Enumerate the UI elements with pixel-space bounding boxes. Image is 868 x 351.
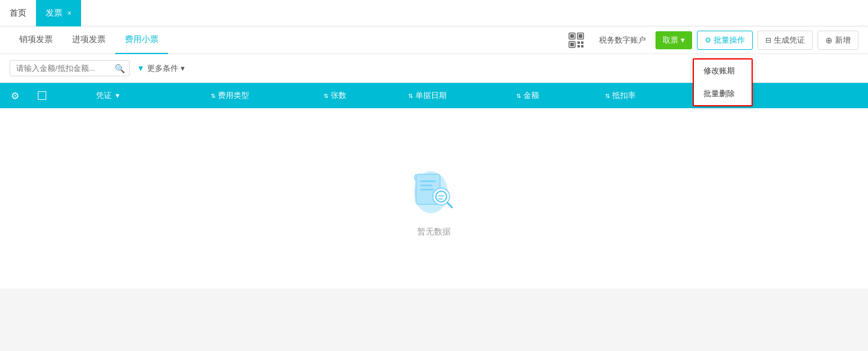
- tab-close-btn[interactable]: ×: [67, 9, 71, 17]
- tab-purchase-invoice[interactable]: 进项发票: [62, 26, 115, 54]
- svg-rect-20: [438, 198, 443, 200]
- more-filter-button[interactable]: ▼ 更多条件 ▾: [137, 63, 185, 74]
- svg-rect-6: [577, 41, 580, 44]
- svg-rect-8: [577, 45, 580, 47]
- th-extra: [776, 83, 868, 108]
- add-icon: ⊕: [825, 35, 833, 45]
- th-expense-type[interactable]: ⇅ 费用类型: [163, 83, 297, 108]
- empty-text: 暂无数据: [417, 227, 451, 237]
- take-bill-button[interactable]: 取票 ▾: [656, 31, 692, 49]
- filter-icon: ▼: [137, 64, 145, 73]
- svg-rect-13: [420, 180, 436, 182]
- empty-illustration: [404, 159, 464, 219]
- voucher-icon: ⊟: [765, 36, 771, 44]
- svg-line-18: [447, 203, 452, 207]
- sort-icon-amount: ⇅: [516, 93, 521, 99]
- batch-op-wrapper: ⚙ 批量操作 修改账期 批量删除: [697, 31, 753, 50]
- svg-rect-3: [579, 34, 582, 38]
- th-voucher[interactable]: 凭证 ▼: [54, 83, 163, 108]
- th-count[interactable]: ⇅ 张数: [297, 83, 373, 108]
- sort-icon-left: ⇅: [211, 93, 215, 99]
- svg-rect-7: [581, 41, 583, 44]
- sub-nav-actions: 税务数字账户 取票 ▾ ⚙ 批量操作 修改账期 批量删除 ⊟ 生成凭证 ⊕ 新增: [563, 29, 858, 51]
- search-input[interactable]: [10, 60, 130, 76]
- search-wrap: 🔍: [10, 60, 130, 76]
- batch-op-button[interactable]: ⚙ 批量操作: [697, 31, 753, 50]
- th-settings[interactable]: ⚙: [0, 83, 30, 108]
- sort-icon-deduct-rate: ⇅: [605, 93, 610, 99]
- sub-nav: 销项发票 进项发票 费用小票 税务数字账户: [0, 26, 868, 54]
- add-button[interactable]: ⊕ 新增: [818, 31, 858, 50]
- th-checkbox[interactable]: [30, 83, 54, 108]
- search-icon[interactable]: 🔍: [115, 64, 125, 73]
- dropdown-item-change-period[interactable]: 修改账期: [694, 60, 752, 82]
- svg-rect-15: [420, 189, 434, 191]
- th-date[interactable]: ⇅ 单据日期: [373, 83, 482, 108]
- tab-expense-receipt[interactable]: 费用小票: [115, 26, 168, 54]
- select-all-checkbox[interactable]: [38, 91, 46, 100]
- sort-icon-date: ⇅: [408, 93, 413, 99]
- sort-icon-count: ⇅: [324, 93, 328, 99]
- invoice-tab[interactable]: 发票 ×: [36, 0, 81, 26]
- sub-nav-tabs: 销项发票 进项发票 费用小票: [10, 26, 168, 54]
- gen-voucher-button[interactable]: ⊟ 生成凭证: [758, 31, 813, 50]
- th-amount[interactable]: ⇅ 金额: [482, 83, 574, 108]
- svg-rect-19: [438, 195, 444, 197]
- table-body: 暂无数据: [0, 108, 868, 288]
- qr-code-button[interactable]: [563, 29, 589, 51]
- svg-rect-9: [581, 45, 583, 47]
- qr-code-icon: [568, 32, 585, 49]
- top-nav: 首页 发票 ×: [0, 0, 868, 26]
- th-deduct-rate[interactable]: ⇅ 抵扣率: [574, 83, 666, 108]
- settings-icon: ⚙: [11, 90, 19, 102]
- batch-op-icon: ⚙: [705, 36, 711, 44]
- tab-sales-invoice[interactable]: 销项发票: [10, 26, 62, 54]
- voucher-filter-icon: ▼: [114, 92, 121, 99]
- svg-rect-14: [420, 185, 432, 186]
- svg-rect-5: [570, 43, 574, 46]
- home-tab[interactable]: 首页: [0, 0, 36, 26]
- dropdown-item-batch-delete[interactable]: 批量删除: [694, 82, 752, 105]
- empty-state: 暂无数据: [404, 123, 464, 273]
- svg-rect-1: [570, 34, 574, 38]
- tax-account-button[interactable]: 税务数字账户: [594, 35, 651, 46]
- batch-op-dropdown: 修改账期 批量删除: [693, 58, 753, 106]
